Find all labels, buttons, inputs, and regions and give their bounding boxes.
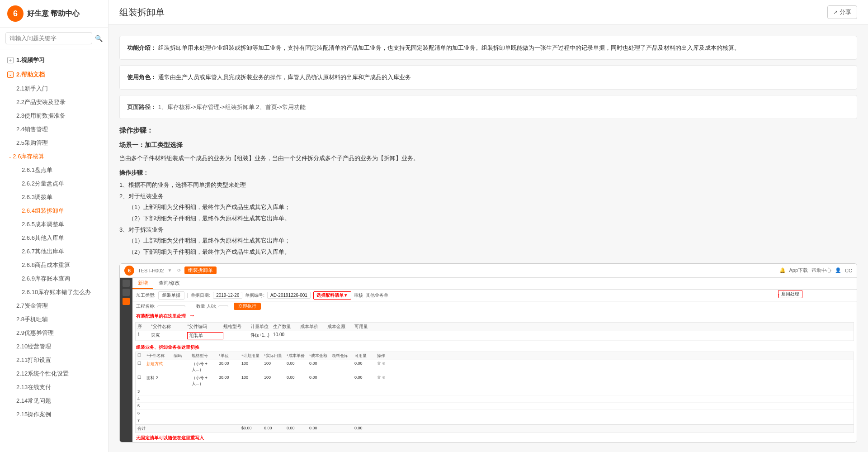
sidebar-item-2-9[interactable]: 2.9优惠券管理	[0, 326, 108, 340]
mock-btn-confirm[interactable]: 立即执行	[234, 303, 261, 310]
sidebar-item-1[interactable]: + 1.视频学习	[0, 53, 108, 67]
tf-empty2	[174, 426, 192, 432]
role-block: 使用角色： 通常由生产人员或库管人员完成拆装业务的操作，库管人员确认原材料的出库…	[119, 65, 857, 89]
logo-icon: 6	[7, 5, 24, 22]
mock-tab-list[interactable]: 查询/修改	[153, 278, 185, 289]
annotation-qiyong-text: 启用处理	[781, 291, 799, 296]
mock-btn-other[interactable]: 其他业务单	[366, 292, 388, 299]
sidebar-item-2-6-6[interactable]: 2.6.6其他入库单	[0, 231, 108, 245]
sidebar-item-2-6-3[interactable]: 2.6.3调拨单	[0, 190, 108, 204]
sidebar-item-2-6[interactable]: - 2.6库存核算	[0, 150, 108, 163]
td-l-code-1	[174, 361, 192, 373]
td-l-copy-2[interactable]: ⊕	[382, 375, 386, 387]
share-button[interactable]: ↗ 分享	[827, 5, 857, 19]
mock-field-bh[interactable]: AD-20191226-001	[267, 292, 311, 299]
th-qty1: 计量单位	[250, 324, 273, 330]
mock-logo: 6	[124, 266, 134, 276]
sidebar-item-2-13[interactable]: 2.13在线支付	[0, 381, 108, 394]
intro-text: 组装拆卸单用来处理企业组装或拆卸等加工业务，支持有固定装配清单的产品加工业务，也…	[158, 44, 740, 51]
mock-bell-icon: 🔔	[779, 267, 786, 273]
th-seq: 序	[137, 324, 151, 330]
mock-username: CC	[845, 268, 852, 273]
sidebar-item-2-6-8[interactable]: 2.6.8商品成本重算	[0, 258, 108, 272]
search-box: 🔍	[0, 28, 108, 49]
mock-label-jiagong: 加工类型:	[136, 292, 156, 299]
th-cost1: 成本单价	[300, 324, 327, 330]
search-input[interactable]	[5, 32, 92, 44]
mock-separator-1: |	[187, 293, 189, 298]
ops-label: 操作步骤：	[119, 126, 857, 135]
mock-sidebar-icon-3	[123, 298, 130, 305]
main-area: 组装拆卸单 ↗ 分享 功能介绍： 组装拆卸单用来处理企业组装或拆卸等加工业务，支…	[108, 0, 868, 452]
td-l-6: 6	[137, 411, 146, 416]
td-l-del-1[interactable]: 🗑	[377, 361, 381, 373]
td-l-spec-1: （小号 + 大...）	[192, 361, 219, 373]
sidebar-item-2-4[interactable]: 2.4销售管理	[0, 123, 108, 136]
th-l-actual: *实际用量	[264, 353, 287, 359]
sidebar-item-2-11[interactable]: 2.11打印设置	[0, 353, 108, 367]
td-l-cost-2: 0.00	[287, 375, 309, 387]
tf-cost-total: 0.00	[287, 426, 309, 432]
sidebar-item-2-15[interactable]: 2.15操作案例	[0, 408, 108, 421]
sidebar-item-2-6-5[interactable]: 2.6.5成本调整单	[0, 218, 108, 231]
td-l-del-2[interactable]: 🗑	[377, 375, 381, 387]
step-2: 2、对于组装业务	[119, 191, 857, 202]
mock-table-row-lower-2: ☐ 面料 2 （小号 + 大...） 30.00 100 100 0.00 0.…	[136, 374, 854, 388]
mock-lower-table: ☐ *子件名称 编码 规格型号 *单位 *计划用量 *实际用量 *成本单价 *成…	[135, 352, 854, 433]
th-l-avail: 可用量	[354, 353, 377, 359]
sidebar-item-2[interactable]: - 2.帮助文档	[0, 67, 108, 82]
mock-field-gcname[interactable]	[157, 305, 185, 307]
td-avail1-1	[354, 332, 373, 339]
td-l-amount-1: 0.00	[309, 361, 332, 373]
th-code1: *父件编码	[187, 324, 223, 330]
td-l-cost-1: 0.00	[287, 361, 309, 373]
td-cost1-1	[300, 332, 327, 339]
sidebar-item-2-2[interactable]: 2.2产品安装及登录	[0, 95, 108, 109]
sidebar-item-2-6-9[interactable]: 2.6.9库存账本查询	[0, 272, 108, 285]
mock-table-row-lower-5: 5	[136, 403, 854, 410]
tf-avail-total: 0.00	[354, 426, 377, 432]
sidebar-item-2-14[interactable]: 2.14常见问题	[0, 394, 108, 408]
sidebar-item-2-6-10[interactable]: 2.6.10库存账本错了怎么办	[0, 285, 108, 299]
td-total1-1	[327, 332, 354, 339]
th-l-ops: 操作	[377, 353, 391, 359]
mock-table-row-lower-6: 6	[136, 410, 854, 417]
mock-field-qty[interactable]	[218, 305, 228, 307]
sidebar-item-2-6-4[interactable]: 2.6.4组装拆卸单	[0, 204, 108, 218]
mock-field-qiyong[interactable]: 启用处理	[778, 290, 802, 298]
sidebar-item-2-8[interactable]: 2.8手机旺辅	[0, 313, 108, 326]
mock-btn-approve[interactable]: 审核	[354, 292, 363, 299]
sidebar-item-2-6-1[interactable]: 2.6.1盘点单	[0, 163, 108, 177]
td-l-copy-1[interactable]: ⊕	[382, 361, 386, 373]
sidebar-item-2-1[interactable]: 2.1新手入门	[0, 82, 108, 95]
steps-section: 操作步骤： 场景一：加工类型选择 当由多个子件材料组装成一个成品的业务为【组装】…	[119, 126, 857, 442]
tf-amount-total: 0.00	[309, 426, 332, 432]
tf-empty1	[146, 426, 174, 432]
mock-topbar: 6 TEST-H002 ▼ ⟳ 组装拆卸单 🔔 App下载 帮助中心 👤 CC	[120, 264, 857, 278]
th-avail1: 可用量	[354, 324, 373, 330]
main-header: 组装拆卸单 ↗ 分享	[108, 0, 868, 25]
role-text: 通常由生产人员或库管人员完成拆装业务的操作，库管人员确认原材料的出库和产成品的入…	[158, 74, 411, 81]
mock-btn-peiliao[interactable]: 选择配料清单▼	[313, 291, 351, 300]
td-code1-1[interactable]: 组装单	[187, 332, 223, 339]
mock-table-footer: 合计 $0.00 6.00 0.00 0.00	[136, 424, 854, 433]
sidebar: 6 好生意 帮助中心 🔍 + 1.视频学习 - 2.帮助文档 2.1新手入门 2…	[0, 0, 108, 452]
td-l-warehouse-2	[332, 375, 354, 387]
sidebar-item-2-7[interactable]: 2.7资金管理	[0, 299, 108, 313]
sidebar-item-2-6-7[interactable]: 2.6.7其他出库单	[0, 245, 108, 258]
mock-form-row-2: 工程名称: 数量 人/次 立即执行	[136, 303, 853, 310]
path-block: 页面路径： 1、库存核算->库存管理->组装拆卸单 2、首页->常用功能	[119, 95, 857, 119]
annotation-text-2: 组装业务、拆卸业务在这里切换	[136, 345, 199, 350]
sidebar-item-2-5[interactable]: 2.5采购管理	[0, 136, 108, 150]
logo-text: 好生意 帮助中心	[27, 9, 80, 19]
search-icon[interactable]: 🔍	[95, 35, 103, 42]
sidebar-item-2-12[interactable]: 2.12系统个性化设置	[0, 367, 108, 381]
mock-field-jiagong[interactable]: 组装单据	[158, 291, 184, 300]
sidebar-item-2-6-2[interactable]: 2.6.2分量盘点单	[0, 177, 108, 190]
th-l-plan: *计划用量	[241, 353, 264, 359]
mock-tab-new[interactable]: 新增	[132, 278, 153, 289]
mock-refresh-icon: ⟳	[177, 268, 181, 273]
sidebar-item-2-10[interactable]: 2.10经营管理	[0, 340, 108, 353]
mock-field-date[interactable]: 2019-12-26	[213, 292, 242, 299]
sidebar-item-2-3[interactable]: 2.3使用前数据准备	[0, 109, 108, 123]
